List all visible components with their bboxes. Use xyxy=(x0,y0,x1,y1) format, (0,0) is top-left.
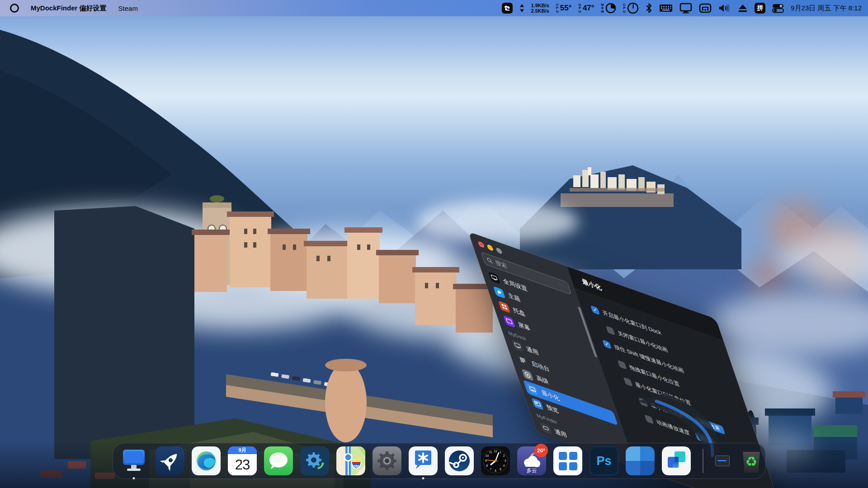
ethernet-icon[interactable] xyxy=(699,3,712,14)
dock-item-office-grid[interactable] xyxy=(553,446,582,475)
general-icon xyxy=(511,339,524,352)
svg-text:4: 4 xyxy=(503,464,505,467)
system-settings-icon xyxy=(373,446,401,475)
dock-item-messages[interactable] xyxy=(264,446,293,475)
dock-item-my-computer[interactable] xyxy=(119,446,148,475)
windows-panes-icon xyxy=(626,446,655,475)
clock-icon: 123456789101112 xyxy=(481,446,510,475)
svg-text:8: 8 xyxy=(486,464,488,467)
search-placeholder: 搜索 xyxy=(494,258,508,270)
dock-item-tips[interactable] xyxy=(409,446,438,475)
svg-text:10: 10 xyxy=(486,454,489,457)
dock-item-photoshop[interactable]: Ps xyxy=(590,446,618,475)
office-grid-icon xyxy=(553,446,582,475)
cpu-temp[interactable]: C P U 55° xyxy=(556,3,572,14)
dock-item-steam[interactable] xyxy=(445,446,474,475)
svg-text:2: 2 xyxy=(503,454,505,457)
tips-icon xyxy=(409,446,438,475)
panel-title: 最小化 xyxy=(581,277,603,292)
app-logo-icon[interactable] xyxy=(10,4,19,13)
dock-item-edge-browser[interactable] xyxy=(192,446,221,475)
sidebar-item-label: 高级 xyxy=(535,374,550,386)
updown-arrows-icon[interactable] xyxy=(519,4,524,13)
checkbox-unchecked[interactable] xyxy=(644,414,654,424)
advanced-icon xyxy=(521,368,534,381)
checkbox-unchecked[interactable] xyxy=(623,377,633,387)
control-toggles-icon[interactable] xyxy=(772,3,784,13)
minimize-icon xyxy=(526,383,539,395)
menu-datetime[interactable]: 9月23日 周五 下午 8:12 xyxy=(791,4,862,13)
blue-teal-app-icon xyxy=(662,446,691,475)
dock-item-windows-panes[interactable] xyxy=(626,446,655,475)
dock-item-calendar[interactable]: 9月23 xyxy=(228,446,257,475)
messages-icon xyxy=(264,446,293,475)
svg-text:11: 11 xyxy=(489,450,492,454)
checkbox-checked[interactable]: ✓ xyxy=(590,305,600,315)
keyboard-icon[interactable] xyxy=(659,4,673,13)
volume-icon[interactable] xyxy=(718,3,731,13)
display-icon[interactable] xyxy=(679,3,692,14)
sidebar-item-label: 屏幕 xyxy=(517,320,531,332)
checkbox-checked[interactable]: ✓ xyxy=(602,339,612,349)
mem-pie-icon xyxy=(605,3,616,14)
calendar-icon: 9月23 xyxy=(228,446,257,475)
network-speed[interactable]: 1.9KB/s 2.5KB/s xyxy=(531,3,549,14)
memory-usage[interactable]: M E M xyxy=(601,3,617,14)
checkbox-unchecked[interactable] xyxy=(605,325,615,335)
sidebar-item-label: 托盘 xyxy=(512,306,526,318)
checkbox-unchecked[interactable] xyxy=(638,397,648,407)
eject-icon[interactable] xyxy=(738,4,748,13)
dock-separator xyxy=(703,449,703,473)
svg-text:9: 9 xyxy=(485,459,487,462)
cpu-gauge-icon xyxy=(627,2,639,14)
close-button[interactable]: × xyxy=(477,241,485,249)
sidebar-item-label: 主题 xyxy=(507,291,521,303)
temperature-badge: 20° xyxy=(534,444,548,457)
global-icon xyxy=(488,271,500,284)
dock-item-blue-teal-app[interactable] xyxy=(662,446,691,475)
svg-text:1: 1 xyxy=(500,450,501,454)
dock-settings-icon xyxy=(300,446,329,475)
menu-item-steam[interactable]: Steam xyxy=(118,5,138,12)
sidebar-item-label: 预览 xyxy=(545,403,560,415)
gpu-temp[interactable]: G P U 47° xyxy=(579,3,594,14)
svg-text:12: 12 xyxy=(494,450,497,453)
minimize-button[interactable]: – xyxy=(486,244,494,252)
sidebar-item-label: 通用 xyxy=(525,345,540,357)
menu-app-title[interactable]: MyDockFinder 偏好设置 xyxy=(31,4,107,13)
svg-text:6: 6 xyxy=(495,469,496,472)
dock-item-dock-settings[interactable] xyxy=(300,446,329,475)
svg-text:280: 280 xyxy=(353,464,359,469)
bluetooth-icon[interactable] xyxy=(646,3,652,13)
ime-badge[interactable]: 拼 xyxy=(755,3,765,14)
search-icon xyxy=(486,257,493,264)
zoom-button[interactable] xyxy=(495,247,503,255)
photoshop-icon: Ps xyxy=(590,446,618,475)
finder-general-icon xyxy=(539,422,552,434)
dock-item-clock[interactable]: 123456789101112 xyxy=(481,446,510,475)
tray-pinwheel-icon[interactable] xyxy=(502,3,513,14)
my-computer-icon xyxy=(119,446,148,475)
dock-item-system-settings[interactable] xyxy=(373,446,401,475)
running-indicator xyxy=(422,477,425,479)
checkbox-unchecked[interactable] xyxy=(617,360,627,370)
desktop: × – 搜索 全局设置主题托盘屏幕MyDock通用启动台高级最小化预览MyFin… xyxy=(0,0,868,488)
cpu-usage[interactable]: C P U xyxy=(623,2,639,14)
dock-item-launchpad[interactable] xyxy=(156,446,184,475)
screen-icon xyxy=(503,315,515,328)
dock-item-maps[interactable]: 280 xyxy=(336,446,365,475)
steam-icon xyxy=(445,446,474,475)
minimized-window-thumbnail[interactable] xyxy=(715,455,730,466)
dock: 9月23280123456789101112多云20°Ps♻ xyxy=(113,443,766,479)
launchpad-icon xyxy=(156,446,184,475)
dock-item-trash[interactable]: ♻ xyxy=(737,446,766,475)
svg-text:3: 3 xyxy=(505,459,506,462)
svg-text:5: 5 xyxy=(500,468,501,471)
menu-bar: MyDockFinder 偏好设置 Steam 1.9KB/s 2.5KB/s xyxy=(0,0,868,16)
edge-browser-icon xyxy=(192,446,221,475)
maps-icon: 280 xyxy=(336,446,365,475)
dock-item-weather[interactable]: 多云20° xyxy=(517,446,546,475)
svg-text:♻: ♻ xyxy=(745,454,758,469)
sidebar-item-label: 通用 xyxy=(553,427,568,439)
launchpad-icon xyxy=(516,354,529,366)
